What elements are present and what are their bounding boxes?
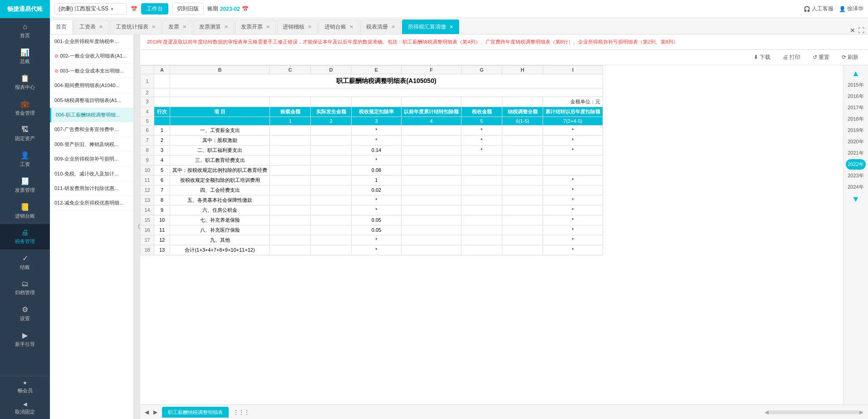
col-a-header: 行次 (154, 107, 170, 117)
sub-i: 7(2+4-5) (543, 117, 603, 125)
col-header-c: C (270, 65, 311, 74)
year-2022[interactable]: 2022年 (846, 159, 866, 170)
error-dot-2: ⊘ (54, 68, 59, 73)
tab-invoice[interactable]: 发票 ✕ (162, 19, 192, 34)
tab-invoice-open[interactable]: 发票开票 ✕ (235, 19, 276, 34)
sub-sidebar-item-5[interactable]: 006-职工薪酬纳税调整明细... (50, 108, 133, 122)
sidebar-item-fixed-assets[interactable]: 🏗 固定资产 (0, 121, 50, 146)
scroll-left-icon[interactable]: ◀ (765, 409, 769, 415)
sidebar-item-invoice-mgmt[interactable]: 🧾 发票管理 (0, 172, 50, 198)
company-selector[interactable]: (勿删) 江西股宝-LSS ▾ (54, 3, 127, 15)
invoice-icon: 🧾 (20, 177, 29, 185)
scroll-right-icon[interactable]: ▶ (859, 409, 863, 415)
tab-purchase-ledger-close[interactable]: ✕ (349, 24, 353, 30)
sub-sidebar-item-4[interactable]: 005-纳税调整项目明细表(A1... (50, 93, 133, 108)
col-header-a: A (154, 65, 170, 74)
tab-purchase-audit[interactable]: 进销稽核 ✕ (277, 19, 318, 34)
tab-payroll-close[interactable]: ✕ (99, 24, 103, 30)
download-button[interactable]: ⬇ 下载 (751, 52, 773, 63)
print-button[interactable]: 🖨 打印 (780, 52, 803, 63)
reset-button[interactable]: ↺ 重置 (810, 52, 832, 63)
tab-maximize-icon[interactable]: ⛶ (858, 27, 864, 34)
year-2015[interactable]: 2015年 (846, 80, 866, 90)
tab-payroll-report-close[interactable]: ✕ (152, 24, 156, 30)
tab-purchase-audit-close[interactable]: ✕ (308, 24, 312, 30)
sub-sidebar-item-10[interactable]: 011-研发费用加计扣除优惠... (50, 181, 133, 196)
sidebar-item-home[interactable]: ⌂ 首页 (0, 18, 50, 44)
sidebar-item-settlement-label: 结账 (20, 264, 30, 271)
year-2020[interactable]: 2020年 (846, 136, 866, 147)
row-num-5: 5 (141, 117, 154, 125)
sheet-tab-active[interactable]: 职工薪酬纳税调整明细表 (162, 407, 229, 418)
collapse-sidebar-button[interactable]: 《 (134, 34, 140, 419)
year-2019[interactable]: 2019年 (846, 125, 866, 136)
switch-old-button[interactable]: 切到旧版 (172, 3, 204, 15)
col-c-header: 账载金额 (270, 107, 311, 117)
tab-tax-settlement-close[interactable]: ✕ (449, 24, 453, 30)
sub-sidebar-item-7[interactable]: 008-资产折旧、摊销及纳税... (50, 137, 133, 152)
year-2021[interactable]: 2021年 (846, 148, 866, 158)
tab-tax-register-close[interactable]: ✕ (391, 24, 395, 30)
sidebar-item-payroll[interactable]: 👤 工资 (0, 146, 50, 172)
sheet-nav-right[interactable]: ▶ (153, 409, 157, 415)
sub-sidebar-item-2[interactable]: ⊘003-一般企业成本支出明细... (50, 64, 133, 78)
tab-home[interactable]: 首页 (50, 19, 73, 34)
sub-sidebar-item-3[interactable]: 004-期间费用明细表(A1040... (50, 78, 133, 93)
tab-invoice-calc-close[interactable]: ✕ (224, 24, 228, 30)
tab-invoice-open-label: 发票开票 (241, 23, 263, 31)
user-profile[interactable]: 👤 徐泽华 (839, 5, 863, 13)
workspace-button[interactable]: 工作台 (141, 3, 168, 15)
row-num-3: 3 (141, 97, 154, 107)
tab-payroll-report[interactable]: 工资统计报表 ✕ (110, 19, 162, 34)
tab-purchase-ledger[interactable]: 进销台账 ✕ (319, 19, 359, 34)
toolbar: ⬇ 下载 🖨 打印 ↺ 重置 ⟳ 刷新 (140, 50, 868, 65)
year-2018[interactable]: 2018年 (846, 114, 866, 124)
sidebar-item-membership[interactable]: ★ 畅会员 (0, 376, 50, 398)
sidebar-item-cancel-fixed[interactable]: ◀ 取消固定 (0, 398, 50, 419)
year-up-button[interactable]: ▲ (850, 68, 861, 80)
sub-c: 1 (270, 117, 311, 125)
sub-sidebar-item-9[interactable]: 010-免税、减计收入及加计... (50, 167, 133, 181)
sidebar-item-reports[interactable]: 📋 报表中心 (0, 69, 50, 95)
tab-tax-register[interactable]: 税表清册 ✕ (360, 19, 401, 34)
col-d-header: 实际发生金额 (311, 107, 352, 117)
year-2024[interactable]: 2024年 (846, 182, 866, 192)
sub-sidebar-item-11[interactable]: 012-减免企业所得税优惠明细... (50, 196, 133, 210)
scroll-bar[interactable] (769, 410, 859, 414)
sidebar-item-assets-mgmt[interactable]: 💼 资金管理 (0, 95, 50, 121)
cell-1a (154, 74, 170, 88)
tab-payroll[interactable]: 工资表 ✕ (74, 19, 109, 34)
sidebar-item-sales-ledger[interactable]: 📒 进销台账 (0, 198, 50, 224)
tab-invoice-calc[interactable]: 发票测算 ✕ (193, 19, 234, 34)
tab-invoice-close[interactable]: ✕ (182, 24, 186, 30)
user-icon: 👤 (839, 6, 846, 12)
service-button[interactable]: 🎧 人工客服 (804, 5, 834, 13)
sidebar-item-tax-mgmt[interactable]: 🖨 税务管理 (0, 224, 50, 249)
unit-label-cell: 金额单位：元 (543, 97, 603, 107)
sidebar-item-membership-label: 畅会员 (18, 387, 33, 394)
col-header-h: H (502, 65, 543, 74)
year-2017[interactable]: 2017年 (846, 102, 866, 113)
tab-tax-settlement[interactable]: 所得税汇算清缴 ✕ (402, 19, 459, 34)
refresh-button[interactable]: ⟳ 刷新 (839, 52, 861, 63)
tab-close-all-icon[interactable]: ✕ (850, 27, 855, 34)
sub-sidebar-item-0[interactable]: 001-企业所得税年度纳税申... (50, 34, 133, 49)
table-row: 2 (141, 88, 603, 97)
sheet-nav-left[interactable]: ◀ (145, 409, 149, 415)
sidebar-item-settlement[interactable]: ✓ 结账 (0, 249, 50, 275)
year-2016[interactable]: 2016年 (846, 91, 866, 102)
tab-tax-register-label: 税表清册 (366, 23, 388, 31)
sidebar-item-settings[interactable]: ⚙ 设置 (0, 301, 50, 326)
sub-sidebar-item-6[interactable]: 007-广告费和业务宣传费申... (50, 122, 133, 137)
sidebar-item-new-guide[interactable]: ▶ 新手引导 (0, 326, 50, 352)
sub-sidebar-item-8[interactable]: 009-企业所得税弥补亏损明... (50, 152, 133, 166)
header-right: 🎧 人工客服 👤 徐泽华 (804, 5, 863, 13)
tab-invoice-open-close[interactable]: ✕ (266, 24, 270, 30)
content-area: 001-企业所得税年度纳税申... ⊘002-一般企业收入明细表(A1... ⊘… (50, 34, 868, 419)
sub-sidebar-item-1[interactable]: ⊘002-一般企业收入明细表(A1... (50, 49, 133, 63)
year-down-button[interactable]: ▼ (850, 193, 861, 205)
sidebar-item-archive-mgmt[interactable]: 🗂 归档管理 (0, 275, 50, 301)
sidebar-item-general-ledger[interactable]: 📊 总账 (0, 44, 50, 69)
sheet-options[interactable]: ⋮⋮⋮ (233, 409, 250, 415)
year-2023[interactable]: 2023年 (846, 171, 866, 181)
